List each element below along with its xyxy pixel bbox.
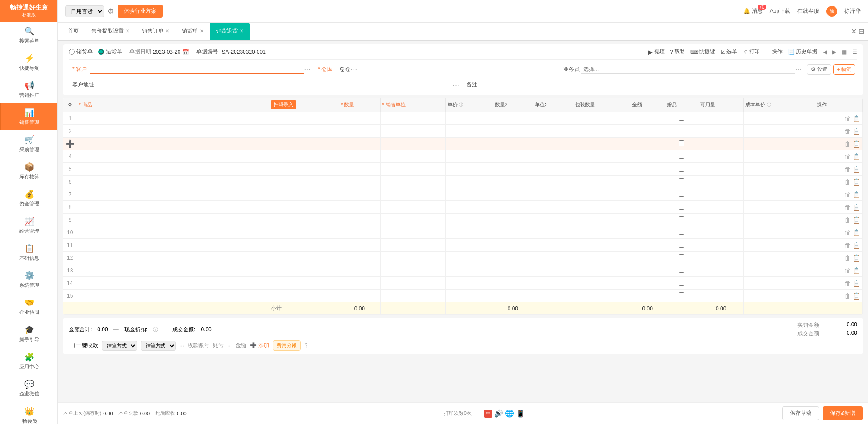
delete-row-btn[interactable]: 🗑	[844, 191, 851, 198]
sidebar-item-apps[interactable]: 🧩 应用中心	[0, 348, 57, 375]
setting-button[interactable]: ⚙ 设置	[807, 64, 831, 75]
tab-sales-order[interactable]: 销售订单 ✕	[136, 23, 175, 40]
toolbar-video[interactable]: ▶视频	[648, 48, 665, 56]
product-cell[interactable]	[77, 125, 269, 138]
account-num-dots[interactable]: ···	[227, 343, 232, 349]
calendar-icon[interactable]: 📅	[182, 49, 189, 55]
price-cell[interactable]	[445, 112, 493, 125]
copy-row-btn[interactable]: 📋	[853, 204, 860, 211]
sidebar-item-enterprise[interactable]: 🤝 企业协同	[0, 293, 57, 320]
remark-input[interactable]	[485, 81, 854, 89]
sidebar-item-operation[interactable]: 📈 经营管理	[0, 212, 57, 239]
available-cell[interactable]	[698, 138, 744, 150]
sidebar-item-purchase[interactable]: 🛒 采购管理	[0, 130, 57, 157]
gift-checkbox[interactable]	[679, 216, 684, 222]
tab-close-btn[interactable]: ✕	[851, 27, 857, 36]
copy-row-btn[interactable]: 📋	[853, 292, 860, 300]
delete-row-btn[interactable]: 🗑	[844, 292, 851, 300]
unit-cell[interactable]	[380, 112, 445, 125]
tab-price-setup[interactable]: 售价提取设置 ✕	[85, 23, 136, 40]
account-select[interactable]: 结算方式	[141, 341, 176, 351]
qty-cell[interactable]	[339, 112, 380, 125]
toolbar-history[interactable]: 📃历史单据	[788, 48, 817, 56]
gift-checkbox[interactable]	[679, 128, 684, 133]
sidebar-item-inventory[interactable]: 📦 库存核算	[0, 157, 57, 185]
toolbar-operation[interactable]: ⋯操作	[765, 48, 783, 56]
qty2-cell[interactable]	[493, 138, 533, 150]
product-cell[interactable]	[77, 112, 269, 125]
unit-cell[interactable]	[380, 125, 445, 138]
amount-cell[interactable]	[630, 125, 665, 138]
address-input[interactable]	[94, 81, 453, 89]
price-cell[interactable]	[445, 125, 493, 138]
delete-row-btn[interactable]: 🗑	[844, 166, 851, 173]
staff-input[interactable]	[581, 65, 795, 74]
logistics-button[interactable]: + 物流	[833, 64, 855, 75]
notification-bell[interactable]: 🔔 消息 70	[743, 7, 762, 15]
app-download-link[interactable]: App下载	[770, 7, 790, 15]
delete-row-btn[interactable]: 🗑	[844, 267, 851, 274]
sidebar-item-shortcut[interactable]: ⚡ 快捷导航	[0, 49, 57, 76]
copy-row-btn[interactable]: 📋	[853, 280, 860, 287]
delete-row-btn[interactable]: 🗑	[844, 216, 851, 224]
radio-return-label[interactable]: 退货单	[98, 48, 122, 56]
copy-row-btn[interactable]: 📋	[853, 128, 860, 135]
gift-checkbox[interactable]	[679, 191, 684, 197]
delete-row-btn[interactable]: 🗑	[844, 115, 851, 122]
gift-checkbox[interactable]	[679, 166, 684, 172]
toolbar-prev[interactable]: ◀	[823, 49, 827, 55]
add-row-btn[interactable]: ➕	[66, 140, 75, 148]
sidebar-item-search[interactable]: 🔍 搜索菜单	[0, 22, 57, 49]
copy-row-btn[interactable]: 📋	[853, 115, 860, 122]
delete-row-btn[interactable]: 🗑	[844, 280, 851, 287]
tab-sales-delivery[interactable]: 销货单 ✕	[175, 23, 210, 40]
tab-sales-delivery-close[interactable]: ✕	[200, 29, 203, 33]
sidebar-item-member[interactable]: 👑 畅会员	[0, 402, 57, 424]
available-cell[interactable]	[698, 125, 744, 138]
delete-row-btn[interactable]: 🗑	[844, 242, 851, 249]
copy-row-btn[interactable]: 📋	[853, 216, 860, 224]
copy-row-btn[interactable]: 📋	[853, 242, 860, 249]
col-gear[interactable]: ⚙	[63, 98, 77, 112]
tab-home[interactable]: 首页	[61, 23, 85, 40]
cost-price-cell[interactable]	[744, 112, 815, 125]
toolbar-view1[interactable]: ▦	[842, 49, 847, 55]
sidebar-item-system[interactable]: ⚙️ 系统管理	[0, 266, 57, 293]
split-help-icon[interactable]: ?	[304, 343, 307, 349]
sidebar-item-basic[interactable]: 📋 基础信息	[0, 239, 57, 266]
radio-sale[interactable]	[69, 49, 75, 55]
address-dots[interactable]: ···	[453, 80, 459, 90]
staff-dots[interactable]: ···	[795, 65, 802, 74]
copy-row-btn[interactable]: 📋	[853, 153, 860, 160]
calc-info-icon[interactable]: ⓘ	[153, 326, 158, 333]
online-service-link[interactable]: 在线客服	[797, 7, 819, 15]
qty2-cell[interactable]	[493, 112, 533, 125]
split-btn[interactable]: 费用分摊	[273, 340, 301, 351]
gift-checkbox[interactable]	[679, 229, 684, 235]
copy-row-btn[interactable]: 📋	[853, 140, 860, 148]
warehouse-dots[interactable]: ···	[350, 65, 357, 74]
save-draft-btn[interactable]: 保存草稿	[782, 406, 819, 420]
gift-checkbox[interactable]	[679, 115, 684, 121]
copy-row-btn[interactable]: 📋	[853, 229, 860, 236]
delete-row-btn[interactable]: 🗑	[844, 229, 851, 236]
one-click-payment-label[interactable]: 一键收款	[69, 342, 98, 349]
toolbar-print[interactable]: 🖨打印	[743, 48, 760, 56]
topbar-gear-icon[interactable]: ⚙	[108, 7, 114, 15]
delete-row-btn[interactable]: 🗑	[844, 204, 851, 211]
tab-sales-return-close[interactable]: ✕	[240, 29, 243, 33]
gift-checkbox[interactable]	[679, 153, 684, 159]
toolbar-next[interactable]: ▶	[832, 49, 836, 55]
tab-sales-return[interactable]: 销货退货 ✕	[210, 23, 250, 40]
toolbar-view2[interactable]: ☰	[852, 49, 857, 55]
account-dots[interactable]: ···	[179, 343, 184, 349]
pack-qty-cell[interactable]	[573, 125, 630, 138]
add-payment-btn[interactable]: ➕ 添加	[250, 342, 269, 349]
gift-checkbox[interactable]	[679, 242, 684, 248]
delete-row-btn[interactable]: 🗑	[844, 153, 851, 160]
toolbar-select[interactable]: ☑选单	[721, 48, 737, 56]
tab-price-setup-close[interactable]: ✕	[126, 29, 129, 33]
experience-btn[interactable]: 体验行业方案	[118, 5, 163, 18]
delete-row-btn[interactable]: 🗑	[844, 254, 851, 262]
qty2-cell[interactable]	[493, 125, 533, 138]
